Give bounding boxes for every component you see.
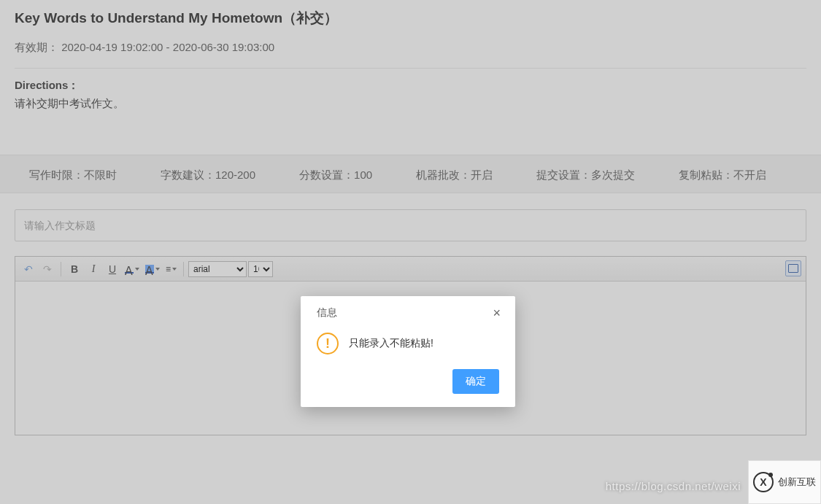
info-modal: 信息 × ! 只能录入不能粘贴! 确定 [301,296,515,407]
badge-text: 创新互联 [778,476,816,489]
confirm-button[interactable]: 确定 [452,369,499,394]
warning-icon: ! [317,333,339,354]
modal-title: 信息 [317,306,337,319]
modal-overlay[interactable] [0,0,821,504]
corner-badge: X 创新互联 [748,460,821,504]
badge-logo-icon: X [753,472,774,492]
modal-message: 只能录入不能粘贴! [349,337,433,350]
close-icon[interactable]: × [490,305,504,321]
